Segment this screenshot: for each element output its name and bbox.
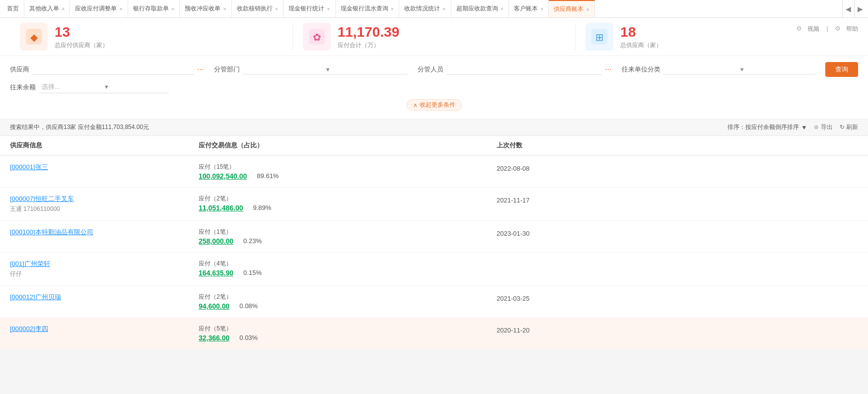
supplier-label: 供应商 [10, 65, 29, 74]
supplier-dots[interactable]: ··· [197, 65, 204, 74]
trans-type: 应付（2笔） [199, 195, 497, 203]
video-link[interactable]: 视频 [807, 25, 819, 33]
trans-amount-link[interactable]: 164,635.90 [199, 269, 233, 277]
filter-dept: 分管部门 ▼ [214, 65, 408, 74]
collapse-label: 收起更多条件 [420, 101, 455, 109]
refresh-button[interactable]: ↻ 刷新 [840, 123, 858, 131]
filter-row-1: 供应商 ··· 分管部门 ▼ 分管人员 ··· 往来单位分类 ▼ 查询 [10, 62, 858, 77]
filter-category: 往来单位分类 ▼ [622, 65, 816, 74]
result-bar: 搜索结果中，供应商13家 应付金额111,703,854.00元 排序：按应付余… [0, 119, 868, 136]
table-row[interactable]: [000012]广州贝瑞应付（2笔）94,600.000.08%2021-03-… [0, 286, 868, 318]
supplier-info-5: [000002]李四 [10, 325, 199, 333]
export-button[interactable]: ⊙ 导出 [814, 123, 832, 131]
supplier-input[interactable] [32, 64, 194, 75]
table-row[interactable]: [000100]本特勤油品有限公司应付（1笔）258,000.000.23%20… [0, 221, 868, 253]
nav-tab-tab4[interactable]: 预收冲应收单× [180, 0, 231, 18]
transaction-info-5: 应付（5笔）32,366.000.03% [199, 325, 497, 342]
nav-tab-tab6[interactable]: 现金银行统计× [284, 0, 335, 18]
close-tab-tab6[interactable]: × [327, 6, 330, 12]
svg-text:◆: ◆ [30, 32, 38, 43]
nav-next-arrow[interactable]: ▶ [854, 0, 866, 18]
person-dots[interactable]: ··· [605, 65, 611, 74]
trans-amount-row: 100,092,540.0089.61% [199, 171, 497, 180]
nav-tab-tab8[interactable]: 收款情况统计× [399, 0, 451, 18]
video-icon: ⊙ [796, 25, 801, 33]
nav-tab-tab1[interactable]: 其他收入单× [24, 0, 70, 18]
nav-tab-tab11[interactable]: 供应商账本× [549, 0, 594, 18]
nav-tab-tab9[interactable]: 超期应收款查询× [451, 0, 509, 18]
payable-total-number: 11,170.39 [338, 24, 400, 41]
trans-amount-link[interactable]: 94,600.00 [199, 302, 229, 310]
table-row[interactable]: [001]广州荣轩仔仔应付（4笔）164,635.900.15% [0, 253, 868, 286]
payable-suppliers-icon: ◆ [20, 23, 48, 51]
close-tab-tab8[interactable]: × [442, 6, 445, 12]
collapse-bar: ∧ 收起更多条件 [10, 97, 858, 115]
filter-person: 分管人员 ··· [418, 64, 612, 75]
refresh-label: 刷新 [846, 124, 858, 131]
trans-amount-link[interactable]: 11,051,486.00 [199, 204, 243, 212]
supplier-info-3: [001]广州荣轩仔仔 [10, 260, 199, 278]
transaction-info-3: 应付（4笔）164,635.900.15% [199, 260, 497, 277]
export-icon: ⊙ [814, 124, 819, 131]
nav-tab-tab7[interactable]: 现金银行流水查询× [336, 0, 399, 18]
last-payment-date: 2022-08-08 [497, 163, 858, 172]
trans-amount-link[interactable]: 100,092,540.00 [199, 172, 247, 180]
supplier-info-4: [000012]广州贝瑞 [10, 293, 199, 302]
trans-type: 应付（1笔） [199, 228, 497, 236]
trans-percent: 89.61% [257, 172, 279, 180]
close-tab-tab1[interactable]: × [62, 6, 65, 12]
table-row[interactable]: [000007]恒旺二手叉车王通 17106110000应付（2笔）11,051… [0, 188, 868, 221]
help-icon: ⊙ [835, 25, 840, 33]
trans-type: 应付（5笔） [199, 325, 497, 333]
data-table: 供应商信息 应付交易信息（占比） 上次付数 [000001]张三应付（15笔）1… [0, 136, 868, 349]
table-row[interactable]: [000001]张三应付（15笔）100,092,540.0089.61%202… [0, 156, 868, 188]
help-link[interactable]: 帮助 [846, 25, 858, 33]
payable-suppliers-number: 13 [55, 24, 108, 41]
trans-percent: 0.15% [243, 269, 262, 276]
supplier-name-link[interactable]: [000100]本特勤油品有限公司 [10, 228, 199, 237]
table-row[interactable]: [000002]李四应付（5笔）32,366.000.03%2020-11-20 [0, 318, 868, 349]
trans-amount-row: 32,366.000.03% [199, 333, 497, 342]
close-tab-tab7[interactable]: × [391, 6, 394, 12]
nav-tab-tab10[interactable]: 客户账本× [509, 0, 549, 18]
trans-amount-row: 11,051,486.009.89% [199, 203, 497, 212]
supplier-name-link[interactable]: [000012]广州贝瑞 [10, 293, 199, 302]
supplier-name-link[interactable]: [001]广州荣轩 [10, 260, 199, 268]
close-tab-tab10[interactable]: × [540, 6, 543, 12]
supplier-name-link[interactable]: [000007]恒旺二手叉车 [10, 195, 199, 203]
result-summary: 搜索结果中，供应商13家 应付金额111,703,854.00元 [10, 123, 149, 131]
supplier-name-link[interactable]: [000001]张三 [10, 163, 199, 172]
query-button[interactable]: 查询 [825, 62, 858, 77]
transaction-info-2: 应付（1笔）258,000.000.23% [199, 228, 497, 245]
close-tab-tab2[interactable]: × [119, 6, 122, 12]
nav-tab-tab5[interactable]: 收款核销执行× [232, 0, 284, 18]
supplier-info-1: [000007]恒旺二手叉车王通 17106110000 [10, 195, 199, 213]
balance-select[interactable]: 选择... ▼ [39, 81, 169, 93]
category-select[interactable]: ▼ [663, 65, 816, 74]
category-arrow-icon: ▼ [739, 66, 812, 72]
transaction-info-0: 应付（15笔）100,092,540.0089.61% [199, 163, 497, 180]
dept-select[interactable]: ▼ [243, 65, 408, 74]
last-payment-date: 2020-11-20 [497, 325, 858, 334]
category-label: 往来单位分类 [622, 65, 660, 74]
nav-prev-arrow[interactable]: ◀ [842, 0, 854, 18]
close-tab-tab9[interactable]: × [501, 6, 504, 12]
nav-tab-tab3[interactable]: 银行存取款单× [128, 0, 180, 18]
supplier-name-link[interactable]: [000002]李四 [10, 325, 199, 333]
close-tab-tab5[interactable]: × [275, 6, 278, 12]
nav-tab-home[interactable]: 首页 [2, 0, 24, 18]
sort-select[interactable]: 排序：按应付余额倒序排序 ▼ [727, 123, 807, 131]
chevron-up-icon: ∧ [413, 102, 418, 109]
trans-percent: 0.03% [239, 334, 258, 341]
collapse-button[interactable]: ∧ 收起更多条件 [407, 99, 462, 111]
person-input[interactable] [446, 64, 602, 75]
trans-amount-link[interactable]: 258,000.00 [199, 237, 233, 245]
close-tab-tab11[interactable]: × [586, 6, 589, 12]
filter-balance: 往来余额 选择... ▼ [10, 81, 169, 93]
trans-amount-link[interactable]: 32,366.00 [199, 334, 229, 342]
transaction-info-4: 应付（2笔）94,600.000.08% [199, 293, 497, 310]
close-tab-tab4[interactable]: × [223, 6, 226, 12]
close-tab-tab3[interactable]: × [171, 6, 174, 12]
nav-tab-tab2[interactable]: 应收应付调整单× [70, 0, 128, 18]
table-header: 供应商信息 应付交易信息（占比） 上次付数 [0, 136, 868, 156]
